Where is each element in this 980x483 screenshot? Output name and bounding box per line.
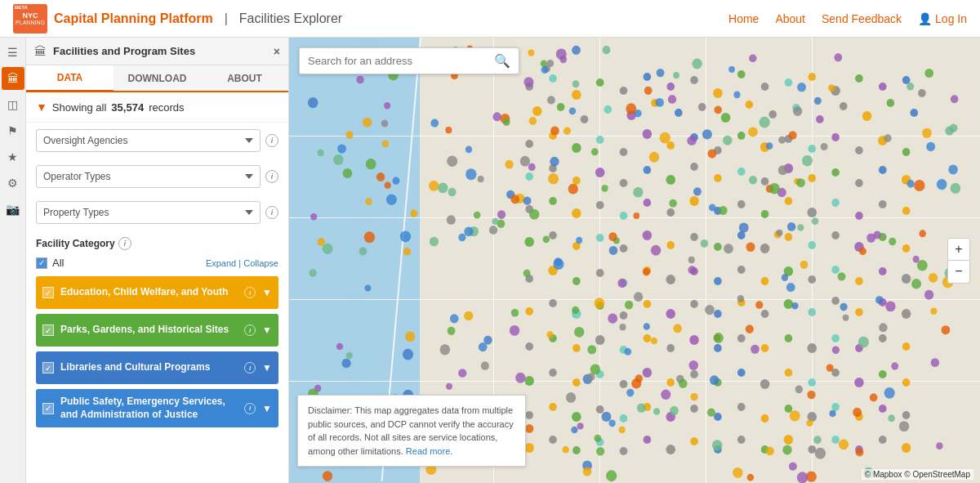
all-label: All (52, 257, 64, 269)
map-road-v2 (599, 38, 600, 483)
nav-links: Home About Send Feedback 👤 Log In (728, 12, 967, 25)
all-check-group: All (36, 257, 64, 269)
nav-feedback-link[interactable]: Send Feedback (822, 12, 902, 25)
oversight-row: Oversight Agencies i (26, 123, 288, 159)
icon-bar-menu[interactable]: ☰ (2, 41, 24, 64)
map-road-2 (289, 136, 980, 136)
property-select[interactable]: Property Types (36, 201, 261, 224)
icon-bar-flag[interactable]: ⚑ (2, 119, 24, 142)
user-icon: 👤 (918, 12, 932, 25)
map-road-3 (289, 217, 980, 218)
oversight-select[interactable]: Oversight Agencies (36, 129, 261, 152)
disclaimer-box: Disclaimer: This map aggregates data fro… (297, 395, 526, 467)
category-publicsafety-label: Public Safety, Emergency Services, and A… (60, 396, 238, 421)
expand-collapse-controls: Expand | Collapse (206, 258, 278, 268)
category-education-checkbox[interactable] (42, 287, 54, 298)
category-item-public-safety[interactable]: Public Safety, Emergency Services, and A… (36, 389, 278, 427)
nyc-logo-text: NYC (22, 12, 38, 20)
sidebar-header-title: Facilities and Program Sites (53, 45, 267, 57)
disclaimer-read-more-link[interactable]: Read more. (406, 446, 452, 456)
records-text-after: records (149, 101, 184, 114)
search-bar: 🔍 (299, 47, 519, 74)
search-input[interactable] (300, 48, 486, 74)
category-libraries-info-icon[interactable]: i (244, 362, 256, 373)
facility-category-label: Facility Category (36, 238, 115, 249)
oversight-info-icon[interactable]: i (265, 134, 278, 147)
beta-badge: BETA (13, 4, 29, 11)
icon-bar-star[interactable]: ★ (2, 145, 24, 168)
tab-download[interactable]: DOWNLOAD (114, 65, 201, 91)
map-attribution: © Mapbox © OpenStreetMap (862, 469, 973, 480)
category-education-label: Education, Child Welfare, and Youth (60, 286, 238, 299)
sidebar-header: 🏛 Facilities and Program Sites × (26, 38, 288, 65)
nav-home-link[interactable]: Home (728, 12, 759, 25)
sidebar: 🏛 Facilities and Program Sites × DATA DO… (26, 38, 289, 483)
nav-subtitle: Facilities Explorer (239, 11, 342, 26)
search-button[interactable]: 🔍 (486, 48, 519, 74)
zoom-out-button[interactable]: − (947, 261, 970, 284)
property-info-icon[interactable]: i (265, 206, 278, 219)
operator-info-icon[interactable]: i (265, 170, 278, 183)
category-education-expand-icon[interactable]: ▼ (262, 287, 272, 298)
sidebar-close-button[interactable]: × (274, 45, 280, 58)
sidebar-tabs: DATA DOWNLOAD ABOUT (26, 65, 288, 92)
icon-bar: ☰ 🏛 ◫ ⚑ ★ ⚙ 📷 (0, 38, 26, 483)
nyc-logo: BETA NYC PLANNING (13, 4, 47, 34)
category-parks-expand-icon[interactable]: ▼ (262, 324, 272, 336)
expand-label[interactable]: Expand (206, 258, 236, 268)
category-parks-label: Parks, Gardens, and Historical Sites (60, 324, 238, 337)
nav-about-link[interactable]: About (775, 12, 805, 25)
category-publicsafety-checkbox[interactable] (42, 403, 54, 414)
sidebar-header-icon: 🏛 (34, 44, 47, 58)
zoom-controls: + − (947, 238, 970, 284)
property-row: Property Types i (26, 195, 288, 230)
category-item-parks[interactable]: Parks, Gardens, and Historical Sites i ▼ (36, 314, 278, 347)
icon-bar-layers[interactable]: ◫ (2, 93, 24, 116)
logo-area: BETA NYC PLANNING Capital Planning Platf… (13, 4, 342, 34)
nav-separator: | (225, 11, 228, 26)
main-layout: ☰ 🏛 ◫ ⚑ ★ ⚙ 📷 🏛 Facilities and Program S… (0, 38, 980, 483)
records-text-before: Showing all (52, 101, 107, 114)
category-education-info-icon[interactable]: i (244, 287, 256, 298)
all-row: All Expand | Collapse (26, 253, 288, 274)
tab-data[interactable]: DATA (26, 65, 114, 92)
category-libraries-expand-icon[interactable]: ▼ (262, 362, 272, 373)
navbar: BETA NYC PLANNING Capital Planning Platf… (0, 0, 980, 38)
category-libraries-checkbox[interactable] (42, 362, 54, 373)
map-road-v3 (706, 38, 706, 483)
map-road-4 (289, 299, 980, 300)
nav-login-link[interactable]: 👤 Log In (918, 12, 967, 25)
records-count: 35,574 (111, 101, 144, 114)
nav-title: Capital Planning Platform (54, 11, 213, 26)
category-parks-info-icon[interactable]: i (244, 324, 256, 336)
category-publicsafety-expand-icon[interactable]: ▼ (262, 403, 272, 414)
map-road-5 (289, 381, 980, 382)
records-bar: ▼ Showing all 35,574 records (26, 92, 288, 123)
icon-bar-camera[interactable]: 📷 (2, 198, 24, 221)
category-libraries-label: Libraries and Cultural Programs (60, 361, 238, 374)
facility-category-header: Facility Category i (26, 230, 288, 253)
category-item-education[interactable]: Education, Child Welfare, and Youth i ▼ (36, 276, 278, 309)
map-area[interactable]: 🔍 + − Disclaimer: This map aggregates da… (289, 38, 980, 483)
map-road-v4 (812, 38, 813, 483)
all-checkbox[interactable] (36, 257, 47, 269)
zoom-in-button[interactable]: + (947, 238, 970, 261)
nav-login-label: Log In (935, 12, 967, 25)
tab-about[interactable]: ABOUT (201, 65, 288, 91)
nyc-logo-sub: PLANNING (16, 20, 45, 25)
operator-row: Operator Types i (26, 159, 288, 195)
facility-category-info-icon[interactable]: i (118, 237, 131, 250)
category-publicsafety-info-icon[interactable]: i (244, 403, 256, 414)
category-item-libraries[interactable]: Libraries and Cultural Programs i ▼ (36, 351, 278, 384)
icon-bar-gear[interactable]: ⚙ (2, 172, 24, 195)
operator-select[interactable]: Operator Types (36, 165, 261, 188)
category-parks-checkbox[interactable] (42, 324, 54, 336)
filter-icon: ▼ (36, 101, 47, 114)
icon-bar-building[interactable]: 🏛 (2, 67, 24, 90)
collapse-label[interactable]: Collapse (243, 258, 278, 268)
